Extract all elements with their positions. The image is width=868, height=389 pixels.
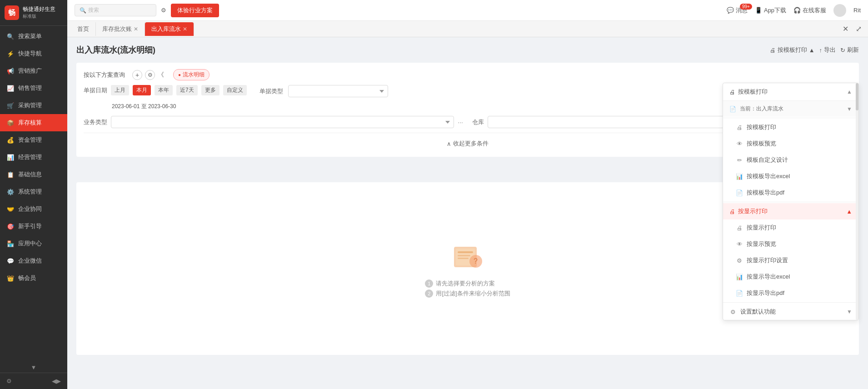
topbar-gear-icon[interactable]: ⚙: [161, 7, 166, 14]
step-num-2: 2: [425, 289, 433, 298]
display-pdf-list-icon: 📄: [736, 289, 743, 297]
biz-type-select[interactable]: [111, 116, 454, 128]
current-arrow-icon: ▼: [847, 106, 852, 112]
display-preview-list-icon: 👁: [736, 240, 743, 248]
topbar-search-box[interactable]: 🔍 搜索: [75, 4, 156, 16]
search-add-btn[interactable]: +: [132, 70, 142, 80]
display-preview-list-label: 按显示预览: [747, 240, 776, 248]
tab-flow-close-icon[interactable]: ✕: [183, 26, 187, 32]
headset-icon: 🎧: [793, 7, 801, 14]
search-placeholder: 搜索: [88, 6, 99, 14]
filter-custom[interactable]: 自定义: [223, 85, 247, 95]
tab-inventory-flow[interactable]: 出入库流水 ✕: [145, 22, 194, 36]
display-section-title: 🖨 按显示打印: [729, 207, 768, 215]
dropdown-item-template-excel[interactable]: 📊 按模板导出excel: [723, 168, 858, 185]
dropdown-header-arrow-up[interactable]: ▲: [847, 89, 852, 95]
search-settings-btn[interactable]: ⚙: [145, 70, 155, 80]
biz-type-more-icon[interactable]: ···: [458, 119, 463, 126]
sidebar-item-quick-nav[interactable]: ⚡ 快捷导航: [0, 45, 67, 62]
sidebar-item-guide[interactable]: 🎯 新手引导: [0, 218, 67, 235]
svg-rect-2: [458, 251, 473, 253]
refresh-btn[interactable]: ↻ 刷新: [840, 46, 859, 54]
divider-2: [723, 202, 858, 202]
filter-last-month[interactable]: 上月: [111, 85, 129, 95]
trial-btn[interactable]: 体验行业方案: [171, 4, 219, 17]
app-download-btn[interactable]: 📱 App下载: [755, 6, 786, 15]
date-label: 单据日期: [84, 86, 107, 95]
dropdown-current-row[interactable]: 📄 当前：出入库流水 ▼: [723, 101, 858, 117]
template-custom-list-label: 模板自定义设计: [747, 156, 788, 164]
search-header-row: 按以下方案查询 + ⚙ 《 ● 流水明细: [84, 69, 852, 80]
tab-batch-account[interactable]: 库存批次账 ✕: [96, 22, 145, 36]
type-select[interactable]: [288, 85, 388, 97]
sidebar-item-inventory[interactable]: 📦 库存核算: [0, 114, 67, 131]
display-section-header[interactable]: 🖨 按显示打印 ▲: [723, 203, 858, 219]
dropdown-scrollbar-thumb[interactable]: [856, 83, 858, 110]
sidebar-item-search-menu[interactable]: 🔍 搜索菜单: [0, 28, 67, 45]
dropdown-header-title: 🖨 按模板打印: [729, 88, 768, 96]
tab-close-all-btn[interactable]: ✕: [840, 24, 851, 34]
flow-detail-tag[interactable]: ● 流水明细: [173, 69, 210, 80]
search-icon: 🔍: [80, 7, 86, 14]
filter-more[interactable]: 更多: [201, 85, 219, 95]
empty-steps-list: 1 请先选择要分析的方案 2 用[过滤]条件来缩小分析范围: [425, 279, 510, 299]
app-badge: 标准版: [23, 13, 55, 20]
sidebar-item-corp-wechat[interactable]: 💬 企业微信: [0, 252, 67, 269]
sidebar-item-purchase[interactable]: 🛒 采购管理: [0, 97, 67, 114]
dropdown-item-template-custom[interactable]: ✏ 模板自定义设计: [723, 152, 858, 168]
search-collapse-btn[interactable]: 《: [158, 71, 164, 79]
sidebar-item-finance[interactable]: 💰 资金管理: [0, 131, 67, 149]
message-btn[interactable]: 💬 消息 99+: [727, 6, 748, 15]
sidebar-item-appstore[interactable]: 🏪 应用中心: [0, 235, 67, 252]
sidebar-item-basic[interactable]: 📋 基础信息: [0, 166, 67, 183]
dropdown-item-display-excel[interactable]: 📊 按显示导出excel: [723, 269, 858, 285]
sidebar-item-sales[interactable]: 📈 销售管理: [0, 80, 67, 97]
tab-expand-btn[interactable]: ⤢: [853, 24, 864, 34]
sidebar-item-label: 基础信息: [18, 170, 42, 179]
sidebar-item-label: 经营管理: [18, 153, 42, 161]
template-print-list-icon: 🖨: [736, 124, 743, 131]
filter-7days[interactable]: 近7天: [176, 85, 198, 95]
dropdown-current-label: 当前：出入库流水: [740, 105, 783, 113]
sidebar-item-vip[interactable]: 👑 畅会员: [0, 269, 67, 287]
sidebar-footer: ⚙ ◀▶: [0, 373, 67, 389]
dropdown-item-template-pdf[interactable]: 📄 按模板导出pdf: [723, 185, 858, 201]
export-icon: ↑: [819, 47, 823, 54]
sidebar-scroll-down[interactable]: ▼: [0, 362, 67, 373]
template-print-label: 按模板打印: [778, 46, 807, 54]
dropdown-item-display-print[interactable]: 🖨 按显示打印: [723, 219, 858, 236]
dropdown-scrollbar-track[interactable]: [856, 83, 858, 320]
sidebar-item-operation[interactable]: 📊 经营管理: [0, 149, 67, 166]
export-btn[interactable]: ↑ 导出: [819, 46, 836, 54]
topbar: 🔍 搜索 ⚙ 体验行业方案 💬 消息 99+ 📱 App下载 🎧 在线客服 Ri…: [67, 0, 868, 21]
sidebar-item-label: 快捷导航: [18, 50, 42, 58]
sidebar-item-marketing[interactable]: 📢 营销推广: [0, 62, 67, 80]
tag-dot-icon: ●: [178, 72, 181, 77]
display-excel-list-icon: 📊: [736, 273, 743, 280]
template-pdf-list-icon: 📄: [736, 189, 743, 196]
dropdown-item-template-preview[interactable]: 👁 按模板预览: [723, 135, 858, 152]
sidebar-item-system[interactable]: ⚙️ 系统管理: [0, 183, 67, 200]
dropdown-item-display-pdf[interactable]: 📄 按显示导出pdf: [723, 285, 858, 301]
display-section-label: 按显示打印: [738, 207, 768, 215]
collapse-icon[interactable]: ◀▶: [52, 378, 61, 384]
display-excel-list-label: 按显示导出excel: [747, 273, 790, 281]
dropdown-item-display-preview[interactable]: 👁 按显示预览: [723, 236, 858, 252]
filter-this-month[interactable]: 本月: [133, 85, 151, 95]
online-service-btn[interactable]: 🎧 在线客服: [793, 6, 826, 15]
template-print-btn[interactable]: 🖨 按模板打印 ▲: [770, 46, 815, 54]
dropdown-item-display-print-settings[interactable]: ⚙ 按显示打印设置: [723, 252, 858, 269]
dropdown-footer-item[interactable]: ⚙ 设置默认功能 ▼: [723, 304, 858, 320]
tab-batch-close-icon[interactable]: ✕: [134, 26, 138, 32]
basic-icon: 📋: [6, 170, 15, 179]
collapse-conditions-btn[interactable]: ∧ 收起更多条件: [447, 137, 489, 150]
user-avatar[interactable]: [833, 4, 846, 17]
tabbar-controls: ✕ ⤢: [840, 24, 864, 34]
filter-this-year[interactable]: 本年: [155, 85, 173, 95]
dropdown-item-template-print[interactable]: 🖨 按模板打印: [723, 119, 858, 135]
display-print-settings-list-label: 按显示打印设置: [747, 256, 788, 264]
settings-icon[interactable]: ⚙: [6, 378, 12, 384]
tab-home[interactable]: 首页: [71, 22, 96, 36]
sidebar-item-corp[interactable]: 🤝 企业协同: [0, 200, 67, 218]
display-section-arrow: ▲: [846, 208, 852, 215]
